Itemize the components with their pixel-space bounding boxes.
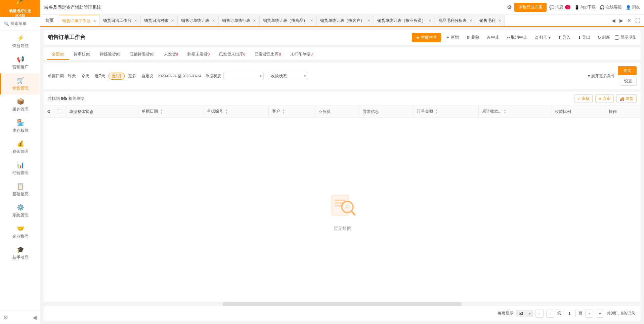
tab-close-icon[interactable]: ✕ [212,18,215,23]
sidebar-item-operation[interactable]: 📊 经营管理 [0,158,40,179]
tab-gross-analysis[interactable]: 商品毛利分析表 ✕ [435,15,476,27]
date-shortcut-today[interactable]: 今天 [79,73,91,80]
ship-action-button[interactable]: 🚚 发货 [616,94,637,103]
tab-sales-sum-product[interactable]: 销货单统计表（按商品） ✕ [260,15,317,27]
tab-cash-reconcile[interactable]: 钱货日清对账 ✕ [141,15,178,27]
tab-close-icon[interactable]: ✕ [428,18,431,23]
smart-create-button[interactable]: ★ 智能生单 [412,33,441,42]
cancel-stop-button[interactable]: ↩ 取消中止 [504,33,530,42]
select-all-checkbox[interactable] [58,109,62,113]
tab-close-icon[interactable]: ✕ [171,18,174,23]
filter-count: (0) [116,52,120,56]
page-first-button[interactable]: « [535,310,544,318]
sidebar-item-enterprise[interactable]: 🤝 企业协同 [0,221,40,243]
user-button[interactable]: 👤 用友 [626,4,640,10]
tab-close-icon[interactable]: ✕ [310,18,313,23]
show-detail-text: 显示明细 [620,35,637,40]
add-button[interactable]: ＋ 新增 [443,33,462,42]
sidebar-item-purchase[interactable]: 📦 采购管理 [0,94,40,116]
tab-home[interactable]: 首页 [40,15,59,27]
tab-close-all-button[interactable]: ✕ [626,17,633,24]
tab-sales-sum-customer[interactable]: 销货单统计表（按客户） ✕ [317,15,374,27]
header-settings-button[interactable]: ⚙ [507,4,512,10]
tab-close-icon[interactable]: ✕ [498,18,501,23]
collapse-sidebar-button[interactable]: ◀ [33,314,37,321]
expand-conditions-button[interactable]: ▾ 展开更多条件 [588,73,615,79]
sidebar-item-finance[interactable]: 💰 资金管理 [0,137,40,158]
tab-next-button[interactable]: ▶ [618,17,625,24]
tab-sales-workbench[interactable]: 销售订单工作台 ✕ [59,15,100,27]
page-last-button[interactable]: » [596,310,604,318]
filter-tab-shipped-out[interactable]: 已发货已出库0 [250,49,286,60]
tab-prev-button[interactable]: ◀ [610,17,617,24]
export-button[interactable]: ⬇ 导出 [575,33,593,42]
filter-tab-all[interactable]: 全部(0) [47,49,69,60]
query-button[interactable]: 查询 [618,66,637,75]
col-amount[interactable]: 订单金额 ▲▼ [413,106,478,118]
sort-icon: ▲▼ [504,109,506,115]
col-customer[interactable]: 客户 ▲▼ [268,106,315,118]
cancel-review-action-button[interactable]: ✕ 弃审 [595,94,614,103]
filter-tab-expired-unshipped[interactable]: 到期未发货0 [183,49,214,60]
sidebar-item-marketing[interactable]: 📢 营销推广 [0,52,40,73]
app-download-button[interactable]: 📱 App下载 [574,4,596,10]
review-action-button[interactable]: ✓ 审核 [574,94,593,103]
sidebar-item-system[interactable]: ⚙️ 系统管理 [0,200,40,221]
tab-label: 销货单统计表（按商品） [263,18,307,24]
tab-sales-profit[interactable]: 销售毛利 ✕ [476,15,505,27]
horizontal-scrollbar[interactable] [44,302,641,306]
delete-button[interactable]: 🗑 删除 [464,33,482,42]
cancel-review-label: 弃审 [603,96,611,102]
date-shortcut-7days[interactable]: 近7天 [93,73,107,80]
tab-cash-daily[interactable]: 钱货日清工作台 ✕ [100,15,141,27]
tab-close-icon[interactable]: ✕ [367,18,370,23]
set-button[interactable]: 设置 [620,77,637,86]
tab-close-icon[interactable]: ✕ [253,18,256,23]
filter-tab-unshipped[interactable]: 未发货0 [159,49,183,60]
page-prev-button[interactable]: ‹ [546,310,554,318]
payment-status-select[interactable]: 收款状态 [268,72,308,80]
status-select[interactable] [223,72,264,80]
import-button[interactable]: ⬆ 导入 [555,33,573,42]
refresh-button[interactable]: ↻ 刷新 [595,33,613,42]
page-size-select[interactable]: 50 10 20 100 [516,310,533,317]
search-menu-button[interactable]: 🔍 搜索菜单 [3,19,37,28]
date-shortcut-more[interactable]: 更多 [126,73,138,80]
show-detail-label[interactable]: 显示明细 [615,35,637,40]
settings-footer-button[interactable]: ⚙ [3,314,8,321]
tab-close-icon[interactable]: ✕ [469,18,472,23]
date-shortcut-yesterday[interactable]: 昨天 [66,73,78,80]
sidebar-item-guide[interactable]: 🎓 新手引导 [0,243,40,264]
filter-tab-pending-review[interactable]: 待审核(0) [69,49,95,60]
tab-sales-sum-staff[interactable]: 销货单统计表（按业务员） ✕ [374,15,435,27]
message-button[interactable]: 💬 消息 6 [549,4,570,10]
tab-sales-exec[interactable]: 销售订单执行表 ✕ [219,15,260,27]
col-number[interactable]: 单据编号 ▲▼ [204,106,269,118]
filter-tab-wangpu[interactable]: 旺铺待发货(0) [125,49,159,60]
date-shortcut-custom[interactable]: 自定义 [139,73,156,80]
sidebar-item-inventory[interactable]: 🏪 库存核算 [0,116,40,137]
date-shortcut-1month[interactable]: 近1月 [109,73,125,80]
sidebar-item-sales[interactable]: 🛒 销售管理 [0,73,40,94]
print-button[interactable]: 🖨 打印 ▾ [532,33,553,42]
page-number-input[interactable] [564,310,576,317]
col-received[interactable]: 累计收款... ▲▼ [478,106,551,118]
settings-icon[interactable]: ⚙ [47,109,51,114]
stop-button[interactable]: ⊘ 中止 [484,33,502,42]
tab-fullscreen-button[interactable]: ⛶ [634,17,641,24]
sort-icon: ▲▼ [225,109,228,115]
col-date[interactable]: 单据日期 ▲▼ [138,106,204,118]
filter-tab-pending-inspection[interactable]: 待拣验货(0) [95,49,125,60]
tab-sales-stat[interactable]: 销售订单统计表 ✕ [178,15,219,27]
trial-button[interactable]: 体验行业方案 [514,3,547,12]
sidebar-logo: 🍊 畅捷通好生意 标准版 [0,0,40,17]
show-detail-checkbox[interactable] [615,35,619,40]
tab-close-icon[interactable]: ✕ [93,19,96,23]
filter-tab-unprinted[interactable]: 未打印单据0 [286,49,317,60]
sidebar-item-basic[interactable]: 📋 基础信息 [0,179,40,200]
tab-close-icon[interactable]: ✕ [134,18,137,23]
page-next-button[interactable]: › [585,310,593,318]
online-service-button[interactable]: 🎧 在线客服 [600,4,622,10]
filter-tab-shipped-not-out[interactable]: 已发货未出库0 [214,49,250,60]
sidebar-item-quick-nav[interactable]: ⚡ 快捷导航 [0,31,40,52]
